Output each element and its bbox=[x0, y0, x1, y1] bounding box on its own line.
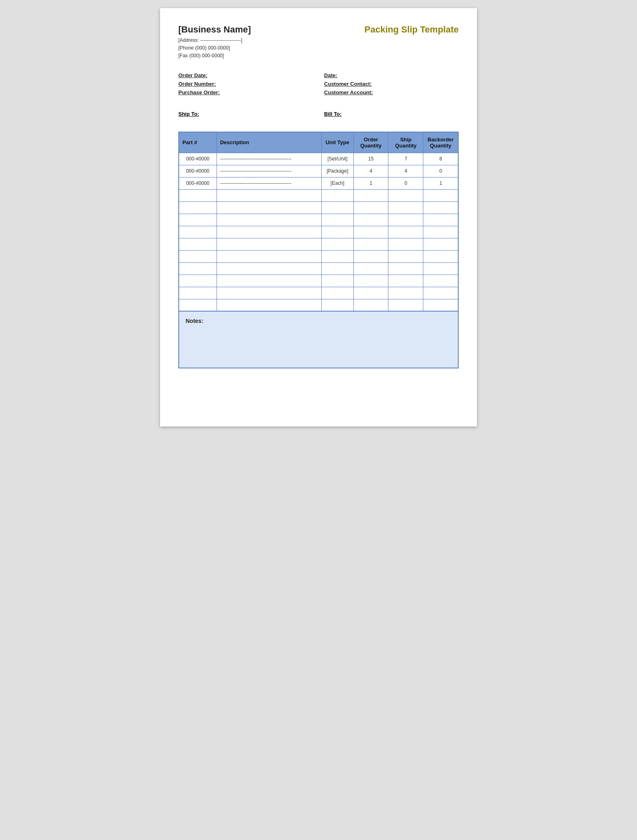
cell-part: 000-#0000 bbox=[179, 177, 217, 189]
cell-part bbox=[179, 214, 217, 226]
table-row bbox=[179, 189, 458, 201]
cell-part bbox=[179, 262, 217, 275]
cell-order-qty bbox=[353, 189, 388, 201]
info-right: Date: Customer Contact: Customer Account… bbox=[324, 72, 459, 98]
col-header-ship-qty: Ship Quantity bbox=[388, 132, 423, 153]
cell-part bbox=[179, 275, 217, 287]
cell-unit-type bbox=[321, 238, 353, 250]
customer-contact-label: Customer Contact: bbox=[324, 81, 372, 87]
cell-description bbox=[217, 201, 321, 214]
cell-unit-type bbox=[321, 299, 353, 311]
cell-description bbox=[217, 250, 321, 262]
bill-to-label: Bill To: bbox=[324, 111, 342, 117]
business-name: [Business Name] bbox=[178, 24, 251, 35]
cell-description bbox=[217, 226, 321, 238]
notes-section: Notes: bbox=[178, 312, 459, 368]
col-header-backorder-qty: Backorder Quantity bbox=[423, 132, 458, 153]
table-row bbox=[179, 201, 458, 214]
cell-ship-qty bbox=[388, 250, 423, 262]
cell-ship-qty: 4 bbox=[388, 165, 423, 177]
col-header-part: Part # bbox=[179, 132, 217, 153]
ship-bill-section: Ship To: Bill To: bbox=[178, 110, 459, 117]
table-row bbox=[179, 214, 458, 226]
cell-unit-type bbox=[321, 201, 353, 214]
order-date-label: Order Date: bbox=[178, 72, 208, 78]
cell-backorder-qty bbox=[423, 299, 458, 311]
cell-description bbox=[217, 214, 321, 226]
bill-to-section: Bill To: bbox=[324, 110, 459, 117]
cell-backorder-qty bbox=[423, 238, 458, 250]
cell-backorder-qty bbox=[423, 250, 458, 262]
cell-order-qty bbox=[353, 287, 388, 299]
customer-account-label: Customer Account: bbox=[324, 89, 373, 95]
cell-part bbox=[179, 287, 217, 299]
col-header-description: Description bbox=[217, 132, 321, 153]
cell-description bbox=[217, 262, 321, 275]
cell-unit-type bbox=[321, 287, 353, 299]
table-row: 000-#0000-------------------------------… bbox=[179, 165, 458, 177]
table-row bbox=[179, 250, 458, 262]
cell-part bbox=[179, 299, 217, 311]
cell-unit-type bbox=[321, 275, 353, 287]
cell-unit-type: [Each] bbox=[321, 177, 353, 189]
cell-order-qty: 1 bbox=[353, 177, 388, 189]
date-label: Date: bbox=[324, 72, 338, 78]
items-table: Part # Description Unit Type Order Quant… bbox=[178, 132, 459, 312]
cell-backorder-qty: 8 bbox=[423, 153, 458, 165]
cell-backorder-qty bbox=[423, 275, 458, 287]
cell-ship-qty bbox=[388, 262, 423, 275]
cell-unit-type: [Set/Unit] bbox=[321, 153, 353, 165]
cell-order-qty bbox=[353, 201, 388, 214]
cell-description bbox=[217, 275, 321, 287]
table-row bbox=[179, 287, 458, 299]
cell-unit-type bbox=[321, 250, 353, 262]
table-row bbox=[179, 275, 458, 287]
col-header-unit-type: Unit Type bbox=[321, 132, 353, 153]
notes-label: Notes: bbox=[186, 318, 204, 324]
cell-description: ----------------------------------------… bbox=[217, 177, 321, 189]
packing-slip-page: [Business Name] [Address: --------------… bbox=[160, 8, 477, 426]
cell-order-qty bbox=[353, 299, 388, 311]
table-row: 000-#0000-------------------------------… bbox=[179, 153, 458, 165]
table-body: 000-#0000-------------------------------… bbox=[179, 153, 458, 311]
cell-part: 000-#0000 bbox=[179, 165, 217, 177]
table-row bbox=[179, 299, 458, 311]
cell-ship-qty bbox=[388, 238, 423, 250]
business-info: [Business Name] [Address: --------------… bbox=[178, 24, 251, 60]
table-row bbox=[179, 262, 458, 275]
cell-part bbox=[179, 201, 217, 214]
cell-order-qty: 15 bbox=[353, 153, 388, 165]
order-date-row: Order Date: bbox=[178, 72, 313, 78]
cell-backorder-qty bbox=[423, 189, 458, 201]
cell-description bbox=[217, 238, 321, 250]
info-left: Order Date: Order Number: Purchase Order… bbox=[178, 72, 313, 98]
customer-account-row: Customer Account: bbox=[324, 89, 459, 95]
cell-backorder-qty: 1 bbox=[423, 177, 458, 189]
cell-ship-qty bbox=[388, 214, 423, 226]
cell-ship-qty bbox=[388, 287, 423, 299]
cell-unit-type bbox=[321, 214, 353, 226]
purchase-order-label: Purchase Order: bbox=[178, 89, 220, 95]
cell-unit-type bbox=[321, 226, 353, 238]
cell-part bbox=[179, 238, 217, 250]
cell-backorder-qty bbox=[423, 226, 458, 238]
cell-unit-type bbox=[321, 262, 353, 275]
cell-part bbox=[179, 189, 217, 201]
order-number-label: Order Number: bbox=[178, 81, 216, 87]
table-header-row: Part # Description Unit Type Order Quant… bbox=[179, 132, 458, 153]
cell-ship-qty bbox=[388, 299, 423, 311]
cell-order-qty bbox=[353, 262, 388, 275]
cell-backorder-qty bbox=[423, 262, 458, 275]
cell-part: 000-#0000 bbox=[179, 153, 217, 165]
cell-description: ----------------------------------------… bbox=[217, 153, 321, 165]
cell-order-qty bbox=[353, 214, 388, 226]
business-address: [Address: -------------------------] bbox=[178, 37, 251, 44]
cell-backorder-qty bbox=[423, 214, 458, 226]
table-row bbox=[179, 226, 458, 238]
purchase-order-row: Purchase Order: bbox=[178, 89, 313, 95]
ship-to-label: Ship To: bbox=[178, 111, 199, 117]
cell-part bbox=[179, 250, 217, 262]
order-number-row: Order Number: bbox=[178, 81, 313, 87]
cell-unit-type: [Package] bbox=[321, 165, 353, 177]
cell-description bbox=[217, 189, 321, 201]
